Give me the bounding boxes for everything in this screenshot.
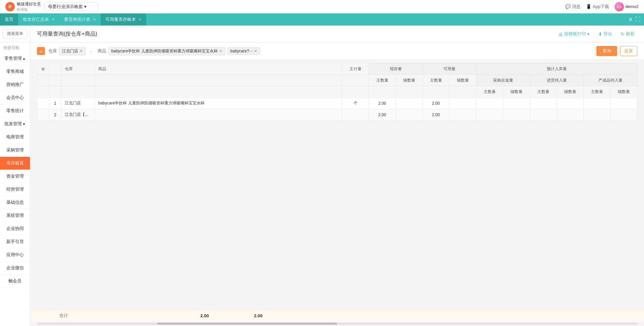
th-available-group: 可用量 [423, 63, 476, 75]
setting-btn[interactable]: 设置 [620, 46, 637, 56]
sidebar-item-finance-mgmt[interactable]: 资金管理 [0, 170, 30, 183]
sidebar-item-enterprise-collab[interactable]: 企业协同 [0, 222, 30, 235]
th-purchase-transit-group: 采购在途量 [476, 75, 530, 86]
sidebar-label-base-info: 基础信息 [6, 199, 24, 205]
home-tab-label: 首页 [5, 16, 13, 22]
td-incoming-main-1 [530, 98, 557, 109]
message-label: 消息 [572, 4, 581, 10]
export-btn[interactable]: ⬆ 导出 [596, 30, 615, 38]
product-tag2-close[interactable]: ✕ [254, 49, 257, 53]
th-current-main-sub2 [369, 86, 396, 98]
th-product-sub2 [95, 86, 342, 98]
th-current-sub: 辅数量 [396, 75, 423, 86]
table-row: 2 江北门店【... 2.00 2.00 [37, 109, 637, 121]
tab-order-stats[interactable]: 要货单统计表 ✕ [59, 13, 101, 26]
td-product-1: babycare学饮杯 儿童防摔防撞吸管杯重力球吸嘴杯宝宝水杯 [95, 98, 342, 109]
td-purchase-transit-sub-2 [503, 109, 530, 121]
td-purchase-transit-main-2 [476, 109, 503, 121]
footer-current-main: 2.00 [191, 313, 218, 318]
sidebar-item-app-center[interactable]: 应用中心 [0, 248, 30, 262]
sidebar-item-enterprise-wechat[interactable]: 企业微信 [0, 262, 30, 275]
main-layout: 搜索菜单 快捷导航 零售管理 ▲ 零售商城 营销推广 会员中心 零售统计 批发管… [0, 26, 644, 326]
tab-fullscreen-btn[interactable]: ⛶ [635, 16, 641, 22]
sidebar-item-purchase-mgmt[interactable]: 采购管理 [0, 144, 30, 157]
order-stats-label: 要货单统计表 [64, 16, 90, 22]
product-tag1-close[interactable]: ✕ [219, 49, 222, 53]
sidebar-label-zero-sales-mall: 零售商城 [6, 68, 24, 75]
filter-toggle-btn[interactable]: » [37, 47, 45, 55]
th-production-main: 主数量 [584, 86, 610, 98]
footer-available-main: 2.00 [245, 313, 272, 318]
warehouse-tag-close[interactable]: ✕ [79, 49, 83, 53]
app-download-action[interactable]: 📱 App下载 [586, 4, 609, 10]
td-warehouse-2: 江北门店【... [61, 109, 95, 121]
sidebar-label-ops-mgmt: 经营管理 [6, 186, 24, 192]
sidebar-item-zero-sales-mall[interactable]: 零售商城 [0, 65, 30, 78]
refresh-btn[interactable]: ↻ 刷新 [618, 30, 637, 38]
table-row: 1 江北门店 babycare学饮杯 儿童防摔防撞吸管杯重力球吸嘴杯宝宝水杯 个… [37, 98, 637, 109]
sidebar-item-base-info[interactable]: 基础信息 [0, 196, 30, 209]
sidebar-label-zero-sales-mgmt: 零售管理 [4, 55, 22, 61]
sidebar-item-wholesale-mgmt[interactable]: 批发管理 ▼ [0, 118, 30, 131]
td-purchase-transit-main-1 [476, 98, 503, 109]
tab-home[interactable]: 首页 [0, 13, 18, 26]
tab-close-order-stats[interactable]: ✕ [93, 17, 96, 22]
tab-close-all-btn[interactable]: ✕ [628, 16, 633, 23]
horizontal-scrollbar[interactable] [37, 323, 637, 325]
sidebar-item-zero-sales-mgmt[interactable]: 零售管理 ▲ [0, 52, 30, 65]
warehouse-filter-group: 仓库 江北门店 ✕ ··· [48, 47, 94, 55]
query-btn[interactable]: 查询 [596, 46, 617, 56]
sidebar-item-system-mgmt[interactable]: 系统管理 [0, 209, 30, 222]
message-action[interactable]: 💬 消息 [565, 4, 581, 10]
message-icon: 💬 [565, 4, 571, 9]
th-purchase-transit-main: 主数量 [476, 86, 503, 98]
footer-available-main-value: 2.00 [254, 313, 262, 318]
sidebar-item-member-center[interactable]: 会员中心 [0, 91, 30, 104]
td-available-sub-2 [449, 109, 476, 121]
search-menu-btn[interactable]: 搜索菜单 [3, 29, 27, 39]
th-incoming-group: 进货待入量 [530, 75, 584, 86]
sidebar-label-new-guide: 新手引导 [6, 239, 24, 245]
td-available-sub-1 [449, 98, 476, 109]
tab-close-receive-summary[interactable]: ✕ [52, 17, 55, 22]
sidebar-item-zero-sales-stats[interactable]: 零售统计 [0, 104, 30, 118]
sidebar-label-member-center: 会员中心 [6, 95, 24, 101]
template-print-btn[interactable]: 🖨 按模板打印 ▾ [556, 30, 592, 38]
sidebar-item-stock-check[interactable]: 库存核算 [0, 157, 30, 170]
th-settings[interactable]: ⚙ [37, 63, 49, 75]
available-stock-label: 可用量库存账本 [105, 16, 136, 22]
quick-nav-label: 快捷导航 [0, 42, 30, 52]
sidebar-item-vip-member[interactable]: 畅会员 [0, 275, 30, 288]
td-incoming-main-2 [530, 109, 557, 121]
th-warehouse-sub2 [61, 86, 95, 98]
footer-current-main-value: 2.00 [200, 313, 209, 318]
tab-receive-summary[interactable]: 收发存汇总表 ✕ [18, 13, 59, 26]
data-table: ⚙ 仓库 商品 主计量 现存量 可用量 预计入库量 [37, 63, 637, 121]
tab-close-available-stock[interactable]: ✕ [139, 17, 142, 22]
th-production-group: 产成品待入量 [584, 75, 637, 86]
scrollbar-thumb[interactable] [157, 323, 337, 325]
footer-label: 合计 [37, 313, 91, 319]
user-action[interactable]: Ea demo2 [614, 2, 639, 11]
expand-icon: ▲ [22, 57, 26, 60]
app-icon: 📱 [586, 4, 591, 9]
warehouse-filter-label: 仓库 [48, 48, 57, 54]
sidebar-item-ecommerce-mgmt[interactable]: 电商管理 [0, 131, 30, 144]
warehouse-filter-more[interactable]: ··· [88, 49, 94, 54]
org-selector[interactable]: 母婴行业演示账套 ▾ [44, 2, 98, 11]
chevron-down-print-icon: ▾ [587, 32, 590, 37]
td-production-sub-2 [610, 109, 637, 121]
sidebar-item-ops-mgmt[interactable]: 经营管理 [0, 183, 30, 196]
td-warehouse-1: 江北门店 [61, 98, 95, 109]
logo-text: 畅捷通好生意 [17, 1, 41, 7]
username: demo2 [625, 4, 639, 9]
th-forecast-inbound-group: 预计入库量 [476, 63, 637, 75]
sidebar-label-marketing: 营销推广 [6, 82, 24, 88]
filter-area: » 仓库 江北门店 ✕ ··· 商品 babycare学饮杯 儿童防摔防撞吸管杯… [30, 43, 644, 60]
th-available-sub-sub2 [449, 86, 476, 98]
tab-available-stock[interactable]: 可用量库存账本 ✕ [101, 13, 146, 26]
sidebar-item-marketing[interactable]: 营销推广 [0, 78, 30, 91]
standard-badge: 标准版 [17, 7, 41, 12]
sidebar-item-new-guide[interactable]: 新手引导 [0, 235, 30, 248]
th-no-sub2 [49, 86, 61, 98]
